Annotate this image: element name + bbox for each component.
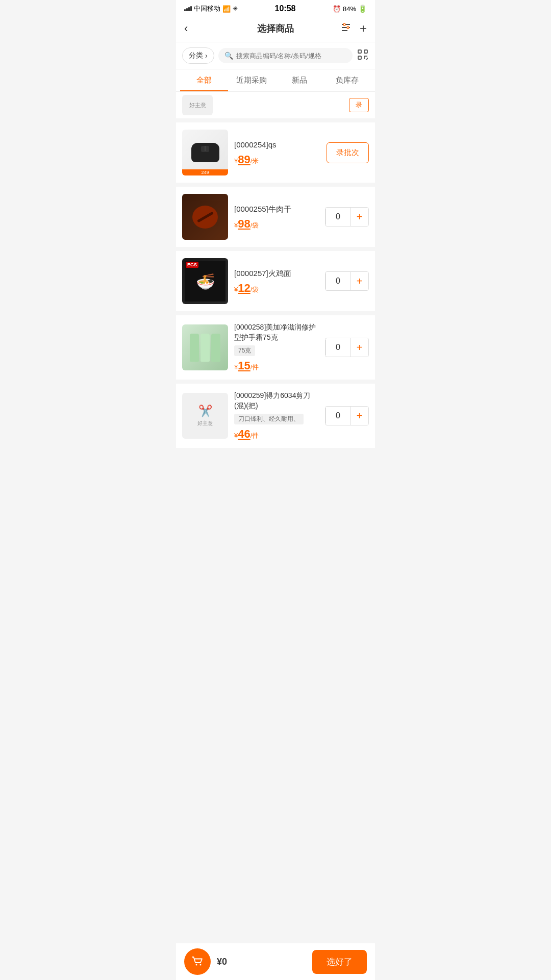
back-button[interactable]: ‹ bbox=[184, 22, 188, 35]
total-amount: ¥0 bbox=[217, 957, 306, 967]
product-price-0000255: ¥98/袋 bbox=[234, 217, 319, 231]
qty-plus-0000255[interactable]: + bbox=[350, 208, 368, 226]
cart-button[interactable] bbox=[184, 948, 211, 975]
tab-negative[interactable]: 负库存 bbox=[323, 69, 371, 91]
signal-icon bbox=[184, 6, 192, 11]
qty-display-0000258: 0 bbox=[325, 340, 350, 355]
battery-icon: 🔋 bbox=[358, 5, 367, 13]
svg-rect-5 bbox=[358, 50, 361, 53]
product-image-0000258 bbox=[182, 324, 228, 370]
qty-plus-0000259[interactable]: + bbox=[350, 407, 368, 425]
sync-icon: ✳ bbox=[233, 5, 238, 12]
product-info-0000259: [0000259]得力6034剪刀(混)(把) 刀口锋利、经久耐用、 ¥46/件 bbox=[234, 391, 319, 441]
tab-recent[interactable]: 近期采购 bbox=[228, 69, 276, 91]
product-actions-0000258: 0 + bbox=[325, 338, 369, 357]
clock: 10:58 bbox=[275, 4, 296, 13]
product-tag-0000259: 刀口锋利、经久耐用、 bbox=[234, 414, 304, 424]
status-left: 中国移动 📶 ✳ bbox=[184, 4, 238, 13]
header-right: + bbox=[340, 21, 367, 36]
wifi-icon: 📶 bbox=[222, 5, 231, 13]
search-area: 分类 › 🔍 bbox=[176, 42, 375, 69]
qty-stepper-0000258: 0 + bbox=[325, 338, 369, 357]
product-price-0000259: ¥46/件 bbox=[234, 428, 319, 441]
product-item-0000254: 249 [0000254]qs ¥89/米 录批次 bbox=[176, 122, 375, 183]
partial-img-label: 好主意 bbox=[189, 102, 206, 109]
product-price-0000257: ¥12/袋 bbox=[234, 282, 319, 295]
alarm-icon: ⏰ bbox=[333, 5, 341, 13]
partial-row: 好主意 录 bbox=[176, 92, 375, 118]
product-item-0000257: 🍜 EGS [0000257]火鸡面 ¥12/袋 0 + bbox=[176, 251, 375, 311]
svg-point-3 bbox=[343, 23, 345, 26]
product-image-0000255 bbox=[182, 194, 228, 240]
search-box: 🔍 bbox=[218, 48, 353, 63]
product-info-0000254: [0000254]qs ¥89/米 bbox=[234, 139, 320, 166]
product-item-0000259: ✂️ 好主意 [0000259]得力6034剪刀(混)(把) 刀口锋利、经久耐用… bbox=[176, 384, 375, 448]
header-left: ‹ bbox=[184, 22, 188, 35]
product-name-0000254: [0000254]qs bbox=[234, 139, 320, 150]
add-button[interactable]: + bbox=[360, 21, 367, 36]
product-image-0000257: 🍜 EGS bbox=[182, 258, 228, 304]
qty-display-0000255: 0 bbox=[325, 209, 350, 224]
product-tag-0000258: 75克 bbox=[234, 345, 255, 356]
carrier-label: 中国移动 bbox=[194, 4, 220, 13]
batch-button-0000254[interactable]: 录批次 bbox=[327, 142, 369, 163]
product-list: 249 [0000254]qs ¥89/米 录批次 [0000255]牛肉干 ¥… bbox=[176, 122, 375, 448]
product-image-0000254: 249 bbox=[182, 130, 228, 175]
product-name-0000259: [0000259]得力6034剪刀(混)(把) bbox=[234, 391, 319, 411]
product-actions-0000254: 录批次 bbox=[327, 142, 369, 163]
svg-point-4 bbox=[347, 27, 349, 29]
qty-stepper-0000255: 0 + bbox=[325, 207, 369, 227]
svg-rect-6 bbox=[364, 50, 367, 53]
tab-new[interactable]: 新品 bbox=[276, 69, 323, 91]
qty-display-0000257: 0 bbox=[325, 273, 350, 289]
page-title: 选择商品 bbox=[257, 22, 294, 35]
filter-icon[interactable] bbox=[340, 22, 352, 36]
product-item-0000255: [0000255]牛肉干 ¥98/袋 0 + bbox=[176, 187, 375, 247]
tab-all[interactable]: 全部 bbox=[180, 69, 228, 91]
filter-tabs: 全部 近期采购 新品 负库存 bbox=[176, 69, 375, 92]
product-info-0000258: [0000258]美加净滋润修护型护手霜75克 75克 ¥15/件 bbox=[234, 322, 319, 372]
product-name-0000257: [0000257]火鸡面 bbox=[234, 268, 319, 279]
partial-batch-btn[interactable]: 录 bbox=[349, 98, 369, 112]
product-image-0000259: ✂️ 好主意 bbox=[182, 393, 228, 439]
qty-plus-0000258[interactable]: + bbox=[350, 338, 368, 357]
product-info-0000257: [0000257]火鸡面 ¥12/袋 bbox=[234, 268, 319, 295]
product-img-label-0000259: ✂️ 好主意 bbox=[197, 405, 213, 427]
status-bar: 中国移动 📶 ✳ 10:58 ⏰ 84% 🔋 bbox=[176, 0, 375, 15]
confirm-button[interactable]: 选好了 bbox=[312, 950, 367, 974]
qty-stepper-0000259: 0 + bbox=[325, 406, 369, 425]
partial-product-image: 好主意 bbox=[182, 95, 213, 115]
category-button[interactable]: 分类 › bbox=[182, 47, 214, 64]
product-actions-0000259: 0 + bbox=[325, 406, 369, 425]
search-icon: 🔍 bbox=[224, 52, 233, 60]
product-price-0000254: ¥89/米 bbox=[234, 153, 320, 166]
product-actions-0000255: 0 + bbox=[325, 207, 369, 227]
header: ‹ 选择商品 + bbox=[176, 15, 375, 42]
qty-plus-0000257[interactable]: + bbox=[350, 272, 368, 290]
svg-point-12 bbox=[196, 964, 197, 966]
product-info-0000255: [0000255]牛肉干 ¥98/袋 bbox=[234, 204, 319, 231]
product-price-0000258: ¥15/件 bbox=[234, 359, 319, 372]
product-name-0000255: [0000255]牛肉干 bbox=[234, 204, 319, 214]
search-input[interactable] bbox=[236, 52, 346, 60]
status-right: ⏰ 84% 🔋 bbox=[333, 5, 367, 13]
scan-button[interactable] bbox=[357, 48, 369, 63]
category-label: 分类 bbox=[189, 51, 203, 60]
qty-stepper-0000257: 0 + bbox=[325, 271, 369, 291]
product-actions-0000257: 0 + bbox=[325, 271, 369, 291]
svg-rect-7 bbox=[358, 56, 361, 59]
qty-display-0000259: 0 bbox=[325, 408, 350, 423]
product-name-0000258: [0000258]美加净滋润修护型护手霜75克 bbox=[234, 322, 319, 342]
category-arrow: › bbox=[205, 52, 208, 60]
battery-label: 84% bbox=[343, 5, 356, 13]
bottom-bar: ¥0 选好了 bbox=[176, 943, 375, 980]
product-item-0000258: [0000258]美加净滋润修护型护手霜75克 75克 ¥15/件 0 + bbox=[176, 315, 375, 380]
svg-point-13 bbox=[200, 964, 202, 966]
